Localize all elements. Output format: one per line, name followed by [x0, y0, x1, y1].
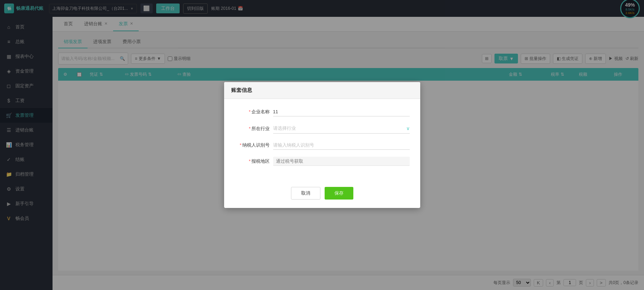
dialog-overlay: 账套信息 *企业名称 *所在行业 请选择行业 ∨ [0, 0, 644, 290]
company-name-label: *企业名称 [235, 109, 273, 115]
form-row-tax-region: *报税地区 [235, 157, 410, 166]
tax-region-label: *报税地区 [235, 158, 273, 164]
form-row-company: *企业名称 [235, 107, 410, 116]
required-star-3: * [240, 142, 241, 148]
tax-id-input[interactable] [273, 141, 410, 150]
industry-dropdown-icon: ∨ [406, 126, 410, 131]
form-row-industry: *所在行业 请选择行业 ∨ [235, 123, 410, 134]
form-row-tax-id: *纳税人识别号 [235, 141, 410, 150]
dialog-title: 账套信息 [224, 82, 420, 99]
dialog-body: *企业名称 *所在行业 请选择行业 ∨ *纳税人识别号 [224, 99, 420, 181]
industry-placeholder: 请选择行业 [273, 125, 406, 131]
tax-region-input [273, 157, 410, 166]
industry-label: *所在行业 [235, 126, 273, 132]
tax-id-label: *纳税人识别号 [235, 142, 273, 148]
dialog: 账套信息 *企业名称 *所在行业 请选择行业 ∨ [224, 82, 420, 208]
save-button[interactable]: 保存 [325, 187, 353, 200]
dialog-footer: 取消 保存 [224, 181, 420, 208]
required-star: * [249, 109, 250, 114]
industry-select[interactable]: 请选择行业 ∨ [273, 123, 410, 134]
required-star-2: * [249, 126, 250, 131]
cancel-button[interactable]: 取消 [291, 187, 320, 200]
required-star-4: * [249, 159, 250, 164]
company-name-input[interactable] [273, 107, 410, 116]
